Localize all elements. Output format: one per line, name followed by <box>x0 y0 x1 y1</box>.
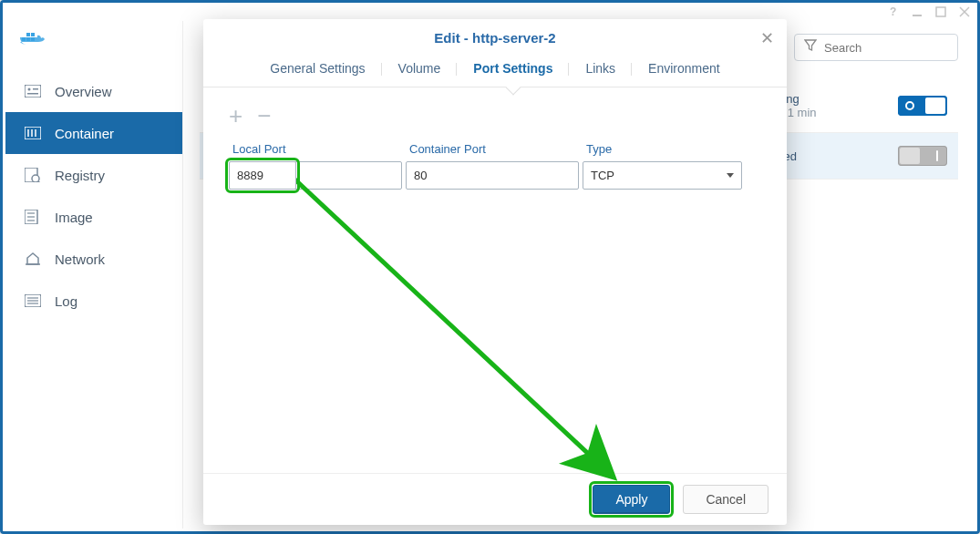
sidebar-item-network[interactable]: Network <box>5 238 182 280</box>
sidebar-item-label: Log <box>55 293 77 309</box>
tab-volume[interactable]: Volume <box>382 52 458 87</box>
sidebar-item-label: Overview <box>55 84 112 99</box>
svg-rect-9 <box>31 33 35 36</box>
svg-rect-13 <box>27 93 38 95</box>
search-input[interactable] <box>824 41 948 55</box>
sidebar-item-log[interactable]: Log <box>5 280 182 322</box>
chevron-down-icon <box>727 173 734 178</box>
container-status: nning for 1 min <box>770 92 880 119</box>
log-icon <box>24 293 42 309</box>
sidebar: Overview Container Registry Image Networ… <box>5 21 183 529</box>
svg-line-20 <box>38 181 41 182</box>
svg-rect-10 <box>25 85 41 98</box>
svg-rect-8 <box>26 33 30 36</box>
sidebar-item-registry[interactable]: Registry <box>5 154 182 196</box>
minimize-icon[interactable] <box>912 6 923 17</box>
sidebar-item-image[interactable]: Image <box>5 196 182 238</box>
svg-text:?: ? <box>890 6 896 17</box>
modal-footer: Apply Cancel <box>203 473 787 525</box>
registry-icon <box>24 167 42 183</box>
svg-rect-2 <box>936 7 945 16</box>
cancel-button[interactable]: Cancel <box>683 485 769 514</box>
window-controls: ? <box>3 3 977 21</box>
modal-header: Edit - http-server-2 ✕ <box>203 19 787 52</box>
modal-title: Edit - http-server-2 <box>434 30 555 46</box>
sidebar-item-container[interactable]: Container <box>5 112 182 154</box>
port-settings-table: Local Port Container Port Type TCP <box>229 139 761 190</box>
remove-row-icon[interactable]: − <box>257 104 271 128</box>
tab-port-settings[interactable]: Port Settings <box>457 52 569 87</box>
local-port-input[interactable] <box>229 161 296 190</box>
column-header-container-port: Container Port <box>406 139 579 161</box>
container-toggle[interactable] <box>898 96 947 116</box>
tab-links[interactable]: Links <box>569 52 632 87</box>
tab-general-settings[interactable]: General Settings <box>253 52 381 87</box>
add-row-icon[interactable]: + <box>229 104 242 128</box>
filter-icon <box>804 39 817 56</box>
svg-rect-12 <box>33 88 38 90</box>
column-header-local-port: Local Port <box>229 139 402 161</box>
apply-button[interactable]: Apply <box>593 485 670 514</box>
maximize-icon[interactable] <box>935 6 946 17</box>
edit-container-modal: Edit - http-server-2 ✕ General Settings … <box>203 19 787 525</box>
close-icon[interactable] <box>959 6 970 17</box>
modal-tabbar: General Settings Volume Port Settings Li… <box>203 52 787 87</box>
svg-rect-1 <box>913 15 922 16</box>
container-status: pped <box>770 149 880 163</box>
sidebar-item-label: Registry <box>55 168 105 183</box>
tab-environment[interactable]: Environment <box>632 52 737 87</box>
help-icon[interactable]: ? <box>888 6 899 17</box>
column-header-type: Type <box>583 139 742 161</box>
docker-logo-icon <box>5 30 182 70</box>
svg-point-11 <box>28 88 31 91</box>
overview-icon <box>24 83 42 99</box>
modal-close-icon[interactable]: ✕ <box>760 28 774 48</box>
app-window: ? Overview Container Registry Ima <box>0 0 980 534</box>
network-icon <box>24 251 42 267</box>
image-icon <box>24 209 42 225</box>
sidebar-item-label: Image <box>55 210 93 225</box>
sidebar-item-label: Container <box>55 126 114 141</box>
svg-point-19 <box>32 175 39 182</box>
container-icon <box>24 125 42 141</box>
type-select[interactable]: TCP <box>583 161 742 190</box>
sidebar-item-overview[interactable]: Overview <box>5 70 182 112</box>
container-port-input[interactable] <box>406 161 579 190</box>
modal-body: + − Local Port Container Port Type <box>203 87 787 473</box>
type-select-value: TCP <box>591 169 614 182</box>
sidebar-item-label: Network <box>55 252 105 267</box>
search-input-wrap[interactable] <box>794 34 958 61</box>
container-toggle[interactable] <box>898 146 947 166</box>
svg-rect-14 <box>25 127 41 139</box>
